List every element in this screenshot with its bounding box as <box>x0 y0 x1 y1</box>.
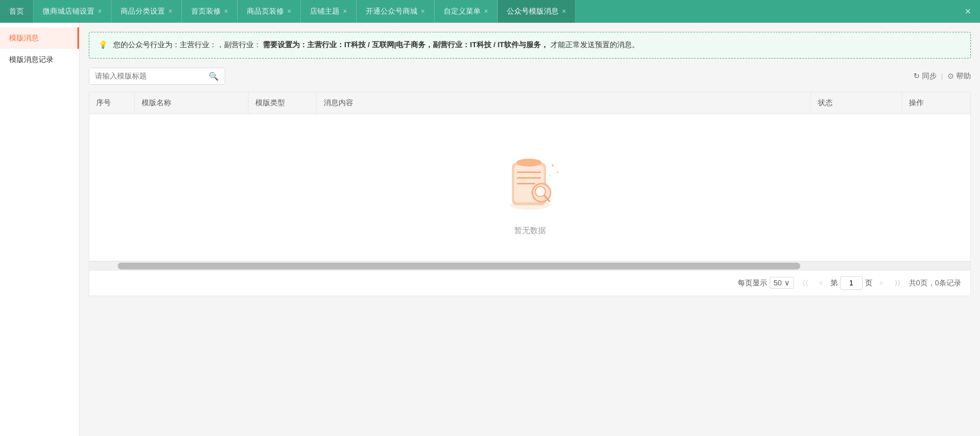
svg-point-11 <box>556 171 558 173</box>
notice-box: 💡 您的公众号行业为：主营行业：，副营行业： 需要设置为：主营行业：IT科技 /… <box>89 32 971 59</box>
th-type: 模版类型 <box>249 92 317 114</box>
page-label-suffix: 页 <box>865 278 873 288</box>
notice-prefix: 您的公众号行业为：主营行业：，副营行业： <box>113 40 261 49</box>
search-button[interactable]: 🔍 <box>203 68 224 84</box>
scroll-thumb[interactable] <box>118 263 800 269</box>
tab-home-decor-close[interactable]: × <box>224 7 228 15</box>
first-page-button[interactable]: ⟨⟨ <box>799 276 812 290</box>
sidebar: 模版消息 模版消息记录 <box>0 23 80 436</box>
page-navigation: ⟨⟨ ＜ 第 页 ＞ ⟩⟩ <box>799 276 904 290</box>
th-index: 序号 <box>89 92 135 114</box>
svg-point-6 <box>516 159 541 167</box>
tab-shop-settings-label: 微商城店铺设置 <box>43 6 94 16</box>
search-input[interactable] <box>89 68 203 84</box>
tab-product-decor[interactable]: 商品页装修 × <box>238 0 301 23</box>
tab-home[interactable]: 首页 <box>0 0 34 23</box>
page-label-prefix: 第 <box>830 278 838 288</box>
page-size-dropdown[interactable]: 50 ∨ <box>770 277 793 289</box>
empty-icon <box>496 148 564 217</box>
search-bar: 🔍 ↻ 同步 | ⊙ 帮助 <box>89 68 971 85</box>
notice-highlight: 需要设置为：主营行业：IT科技 / 互联网|电子商务，副营行业：IT科技 / I… <box>263 40 548 49</box>
tab-product-decor-close[interactable]: × <box>287 7 291 15</box>
sidebar-item-template-msg[interactable]: 模版消息 <box>0 27 79 49</box>
content-area: 💡 您的公众号行业为：主营行业：，副营行业： 需要设置为：主营行业：IT科技 /… <box>80 23 980 436</box>
scroll-area[interactable] <box>89 261 970 270</box>
th-action: 操作 <box>902 92 970 114</box>
sidebar-item-template-msg-record[interactable]: 模版消息记录 <box>0 49 79 70</box>
pagination: 每页显示 50 ∨ ⟨⟨ ＜ 第 页 ＞ ⟩⟩ 共0页，0条记录 <box>89 270 970 296</box>
tab-template-msg-close[interactable]: × <box>562 7 566 15</box>
th-status: 状态 <box>811 92 902 114</box>
tab-custom-menu-label: 自定义菜单 <box>444 6 481 16</box>
th-content: 消息内容 <box>317 92 811 114</box>
tab-category[interactable]: 商品分类设置 × <box>111 0 182 23</box>
tab-theme-close[interactable]: × <box>343 7 347 15</box>
empty-state: 暂无数据 <box>89 114 970 259</box>
tab-category-close[interactable]: × <box>168 7 172 15</box>
global-close-button[interactable]: × <box>956 6 980 18</box>
page-number-input[interactable] <box>840 276 863 290</box>
tab-open-mall-close[interactable]: × <box>421 7 425 15</box>
help-label: 帮助 <box>956 71 971 81</box>
toolbar-right: ↻ 同步 | ⊙ 帮助 <box>913 71 971 81</box>
prev-page-button[interactable]: ＜ <box>814 276 828 290</box>
tab-shop-settings-close[interactable]: × <box>98 7 102 15</box>
empty-text: 暂无数据 <box>514 226 546 236</box>
tab-theme-label: 店铺主题 <box>310 6 340 16</box>
svg-point-12 <box>549 175 551 176</box>
page-size-value: 50 <box>774 279 781 287</box>
tab-home-label: 首页 <box>9 6 24 16</box>
tab-custom-menu[interactable]: 自定义菜单 × <box>435 0 498 23</box>
last-page-button[interactable]: ⟩⟩ <box>891 276 904 290</box>
tab-template-msg-label: 公众号模版消息 <box>507 6 559 16</box>
help-button[interactable]: ⊙ 帮助 <box>948 71 971 81</box>
tab-custom-menu-close[interactable]: × <box>484 7 488 15</box>
tab-category-label: 商品分类设置 <box>121 6 165 16</box>
notice-suffix: 才能正常发送预置的消息。 <box>551 40 639 49</box>
tab-shop-settings[interactable]: 微商城店铺设置 × <box>34 0 111 23</box>
page-size-select: 每页显示 50 ∨ <box>738 277 793 289</box>
main-layout: 模版消息 模版消息记录 💡 您的公众号行业为：主营行业：，副营行业： 需要设置为… <box>0 23 980 436</box>
tab-product-decor-label: 商品页装修 <box>247 6 284 16</box>
th-name: 模版名称 <box>135 92 249 114</box>
help-icon: ⊙ <box>948 72 954 80</box>
notice-icon: 💡 <box>98 40 107 49</box>
sync-icon: ↻ <box>913 72 920 80</box>
svg-point-10 <box>552 164 554 167</box>
search-input-wrap: 🔍 <box>89 68 225 85</box>
table-container: 序号 模版名称 模版类型 消息内容 状态 操作 <box>89 92 971 296</box>
tab-template-msg[interactable]: 公众号模版消息 × <box>498 0 576 23</box>
next-page-button[interactable]: ＞ <box>875 276 888 290</box>
tab-theme[interactable]: 店铺主题 × <box>301 0 357 23</box>
sync-label: 同步 <box>922 71 937 81</box>
sidebar-item-template-msg-record-label: 模版消息记录 <box>9 55 53 64</box>
chevron-down-icon: ∨ <box>784 279 790 287</box>
sidebar-item-template-msg-label: 模版消息 <box>9 34 39 42</box>
sync-button[interactable]: ↻ 同步 <box>913 71 937 81</box>
tab-open-mall-label: 开通公众号商城 <box>366 6 417 16</box>
tab-home-decor-label: 首页装修 <box>191 6 221 16</box>
tab-bar: 首页 微商城店铺设置 × 商品分类设置 × 首页装修 × 商品页装修 × 店铺主… <box>0 0 980 23</box>
total-text: 共0页，0条记录 <box>909 278 961 288</box>
tab-open-mall[interactable]: 开通公众号商城 × <box>357 0 435 23</box>
table-header: 序号 模版名称 模版类型 消息内容 状态 操作 <box>89 92 970 114</box>
tab-home-decor[interactable]: 首页装修 × <box>182 0 238 23</box>
toolbar-divider: | <box>941 72 943 80</box>
page-size-label: 每页显示 <box>738 278 767 288</box>
